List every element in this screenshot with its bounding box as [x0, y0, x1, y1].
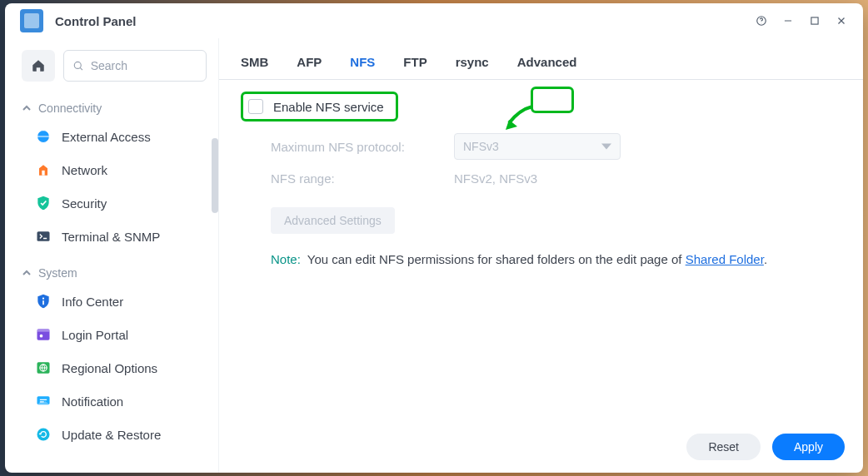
enable-nfs-label: Enable NFS service — [273, 100, 384, 114]
footer: Reset Apply — [219, 421, 863, 473]
svg-point-11 — [42, 298, 44, 300]
sidebar-item-notification[interactable]: Notification — [10, 384, 213, 418]
sidebar-item-regional-options[interactable]: Regional Options — [10, 351, 213, 384]
sidebar-scrollbar[interactable] — [212, 138, 218, 213]
svg-rect-14 — [37, 329, 50, 331]
sidebar-item-label: Login Portal — [62, 328, 128, 342]
svg-rect-12 — [42, 300, 44, 305]
sidebar-item-label: Network — [62, 163, 107, 177]
help-button[interactable] — [748, 7, 775, 34]
window-title: Control Panel — [55, 14, 137, 28]
chevron-up-icon — [22, 103, 32, 113]
svg-rect-10 — [37, 231, 50, 241]
external-access-icon — [35, 128, 52, 145]
sidebar-item-label: Terminal & SNMP — [62, 230, 160, 244]
sidebar-group-label: Connectivity — [38, 102, 102, 115]
sidebar-item-label: External Access — [62, 130, 151, 144]
sidebar-group-label: System — [38, 266, 77, 280]
svg-point-19 — [37, 429, 50, 441]
search-field[interactable] — [63, 50, 207, 82]
tab-rsync[interactable]: rsync — [452, 53, 492, 71]
svg-line-7 — [80, 67, 82, 70]
tab-nfs[interactable]: NFS — [347, 53, 378, 71]
apply-button[interactable]: Apply — [772, 434, 845, 460]
sidebar-scroll[interactable]: ConnectivityExternal AccessNetworkSecuri… — [5, 88, 218, 473]
security-icon — [35, 195, 52, 211]
close-button[interactable] — [828, 7, 855, 34]
tab-bar: SMBAFPNFSFTPrsyncAdvanced — [219, 38, 863, 80]
max-proto-select[interactable]: NFSv3 — [454, 133, 621, 160]
sidebar-item-label: Info Center — [62, 295, 123, 309]
control-panel-window: Control Panel ConnectivityExternal Acces… — [5, 3, 863, 473]
sidebar-item-info-center[interactable]: Info Center — [10, 285, 213, 318]
sidebar-group-system[interactable]: System — [5, 253, 218, 285]
sidebar-group-connectivity[interactable]: Connectivity — [5, 88, 218, 120]
chevron-down-icon — [601, 141, 611, 151]
maximize-button[interactable] — [801, 7, 828, 34]
svg-point-6 — [74, 62, 81, 68]
nfs-range-label: NFS range: — [271, 171, 454, 186]
note-prefix: Note: — [271, 252, 304, 266]
info-icon — [35, 293, 52, 310]
reset-button[interactable]: Reset — [686, 434, 761, 460]
max-proto-label: Maximum NFS protocol: — [271, 140, 454, 154]
note-text: Note: You can edit NFS permissions for s… — [271, 252, 845, 266]
tab-content: Enable NFS service Maximum NFS protocol:… — [219, 80, 863, 421]
tab-afp[interactable]: AFP — [293, 53, 325, 71]
sidebar-item-external-access[interactable]: External Access — [10, 120, 213, 153]
max-proto-value: NFSv3 — [463, 140, 499, 153]
tab-advanced[interactable]: Advanced — [514, 53, 581, 71]
network-icon — [35, 161, 52, 178]
titlebar: Control Panel — [5, 3, 863, 38]
sidebar: ConnectivityExternal AccessNetworkSecuri… — [5, 38, 218, 473]
chevron-up-icon — [22, 268, 32, 278]
app-icon — [20, 9, 43, 32]
sidebar-item-label: Regional Options — [62, 361, 157, 375]
advanced-settings-button[interactable]: Advanced Settings — [271, 207, 395, 234]
regional-icon — [35, 359, 52, 376]
svg-point-15 — [40, 335, 43, 338]
search-input[interactable] — [91, 59, 197, 72]
sidebar-item-label: Update & Restore — [62, 428, 161, 442]
svg-point-1 — [761, 23, 762, 24]
tab-smb[interactable]: SMB — [237, 53, 272, 71]
enable-nfs-checkbox[interactable] — [248, 99, 263, 114]
note-body: You can edit NFS permissions for shared … — [304, 252, 686, 266]
notification-icon — [35, 393, 52, 409]
enable-nfs-highlight: Enable NFS service — [241, 92, 398, 121]
sidebar-item-security[interactable]: Security — [10, 186, 213, 220]
svg-rect-9 — [42, 171, 44, 176]
update-icon — [35, 426, 52, 443]
search-icon — [72, 59, 84, 72]
minimize-button[interactable] — [775, 7, 801, 34]
sidebar-item-login-portal[interactable]: Login Portal — [10, 318, 213, 351]
sidebar-item-label: Notification — [62, 394, 123, 409]
tab-ftp[interactable]: FTP — [400, 53, 430, 71]
terminal-icon — [35, 228, 52, 245]
nfs-range-value: NFSv2, NFSv3 — [454, 171, 537, 186]
note-suffix: . — [764, 252, 767, 266]
main-panel: SMBAFPNFSFTPrsyncAdvanced Enable NFS ser… — [218, 38, 863, 473]
home-button[interactable] — [22, 50, 55, 82]
sidebar-item-network[interactable]: Network — [10, 153, 213, 186]
sidebar-item-update-restore[interactable]: Update & Restore — [10, 418, 213, 451]
login-portal-icon — [35, 326, 52, 343]
sidebar-item-terminal-snmp[interactable]: Terminal & SNMP — [10, 220, 213, 253]
shared-folder-link[interactable]: Shared Folder — [686, 252, 764, 266]
sidebar-item-label: Security — [62, 196, 107, 211]
svg-rect-3 — [811, 17, 818, 24]
